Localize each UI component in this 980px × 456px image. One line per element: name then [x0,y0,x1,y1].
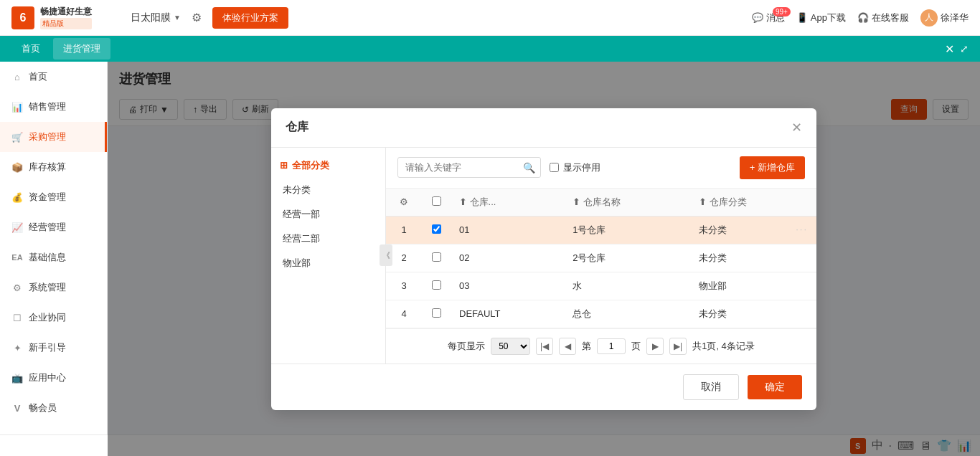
nav-middle: 日太阳膜 ▼ ⚙ 体验行业方案 [119,7,752,29]
sidebar-item-system[interactable]: ⚙ 系统管理 [0,272,107,303]
table-row[interactable]: 4 DEFAULT 总仓 未分类 [386,300,816,328]
row-check-cell [422,272,451,300]
table-body: 1 01 1号仓库 未分类··· 2 02 2号仓库 未分类 3 03 水 物业… [386,216,816,328]
modal-body: ⊞ 全部分类 未分类 经营一部 经营二部 物业部 《 [271,148,816,364]
headset-icon: 🎧 [857,12,869,23]
row-checkbox[interactable] [432,224,441,234]
store-selector[interactable]: 日太阳膜 ▼ [131,11,181,24]
sidebar-item-newbie[interactable]: ✦ 新手引导 [0,333,107,363]
phone-icon: 📱 [796,12,808,23]
sidebar-item-label: 基础信息 [29,251,66,264]
vip-icon: V [11,403,23,414]
message-icon: 💬 [752,12,763,23]
page-size-select[interactable]: 50 100 [491,338,530,355]
logo-area: 6 畅捷通好生意 精品版 [11,6,119,29]
tab-purchase[interactable]: 进货管理 [53,38,110,60]
row-category-cell: 未分类 [690,244,816,272]
user-item[interactable]: 人 徐泽华 [920,9,969,27]
newbie-icon: ✦ [11,343,23,353]
row-num-cell: 4 [386,300,422,328]
row-more-icon[interactable]: ··· [796,224,808,234]
home-icon: ⌂ [11,72,23,82]
sidebar-item-label: 销售管理 [29,100,66,113]
service-item[interactable]: 🎧 在线客服 [857,11,909,24]
sidebar-item-stock[interactable]: 📦 库存核算 [0,152,107,182]
modal-action-footer: 取消 确定 [271,364,816,410]
row-check-cell [422,244,451,272]
prev-page-button[interactable]: ◀ [559,338,576,355]
row-checkbox[interactable] [432,280,441,290]
top-nav: 6 畅捷通好生意 精品版 日太阳膜 ▼ ⚙ 体验行业方案 💬 消息 99+ 📱 … [0,0,980,36]
per-page-label: 每页显示 [448,340,485,353]
sidebar-item-label: 系统管理 [29,281,66,294]
main-content: 进货管理 🖨 打印 ▼ ↑ 导出 ↺ 刷新 查询 设置 [108,62,980,456]
show-disabled-checkbox[interactable] [550,163,559,172]
sidebar-item-label: 首页 [29,70,47,83]
add-warehouse-button[interactable]: + 新增仓库 [740,156,805,179]
first-page-button[interactable]: |◀ [536,338,553,355]
modal-close-button[interactable]: ✕ [791,120,802,136]
modal-category-dept2[interactable]: 经营二部 [271,227,385,251]
basicinfo-icon: EA [11,253,23,262]
modal-search-bar: 🔍 显示停用 + 新增仓库 [386,148,816,189]
sidebar-item-appcenter[interactable]: 📺 应用中心 [0,363,107,393]
sidebar-item-purchase[interactable]: 🛒 采购管理 [0,122,107,152]
row-checkbox[interactable] [432,252,441,262]
message-nav-item[interactable]: 💬 消息 99+ [752,11,785,24]
service-label: 在线客服 [872,11,909,24]
expand-icon[interactable]: ⤢ [960,43,969,54]
finance-icon: 💰 [11,192,23,203]
modal-category-unclassified[interactable]: 未分类 [271,178,385,202]
page-label: 第 [582,340,591,353]
settings-icon[interactable]: ⚙ [187,8,207,28]
page-input[interactable] [597,338,626,354]
show-disabled-wrap: 显示停用 [550,161,600,174]
select-all-checkbox[interactable] [432,196,441,206]
modal-category-property[interactable]: 物业部 [271,251,385,275]
confirm-button[interactable]: 确定 [748,375,802,399]
sidebar-item-home[interactable]: ⌂ 首页 [0,62,107,92]
table-row[interactable]: 2 02 2号仓库 未分类 [386,244,816,272]
modal-category-dept1[interactable]: 经营一部 [271,202,385,227]
row-checkbox[interactable] [432,308,441,318]
search-input-wrap: 🔍 [397,157,541,178]
sidebar-item-collab[interactable]: ☐ 企业协同 [0,303,107,333]
row-category-cell: 物业部 [690,272,816,300]
purchase-icon: 🛒 [11,132,23,143]
search-icon[interactable]: 🔍 [523,162,535,174]
row-category-cell: 未分类 [690,300,816,328]
last-page-button[interactable]: ▶| [669,338,687,355]
appcenter-icon: 📺 [11,373,23,384]
cancel-button[interactable]: 取消 [683,374,739,400]
search-input[interactable] [397,157,541,178]
message-badge: 99+ [773,7,791,16]
row-name-cell: 2号仓库 [564,244,690,272]
layout: ⌂ 首页 📊 销售管理 🛒 采购管理 📦 库存核算 💰 资金管理 📈 经营管理 … [0,62,980,456]
table-row[interactable]: 3 03 水 物业部 [386,272,816,300]
next-page-button[interactable]: ▶ [646,338,664,355]
sidebar-item-ops[interactable]: 📈 经营管理 [0,212,107,242]
row-num-cell: 1 [386,216,422,244]
sidebar-item-label: 应用中心 [29,371,66,384]
row-check-cell [422,216,451,244]
close-tab-icon[interactable]: ✕ [945,42,954,56]
app-download-item[interactable]: 📱 App下载 [796,11,846,24]
sidebar-item-basicinfo[interactable]: EA 基础信息 [0,242,107,272]
store-name: 日太阳膜 [131,11,171,24]
table-header: ⚙ ⬆ 仓库... ⬆ 仓库名称 [386,189,816,217]
trial-button[interactable]: 体验行业方案 [212,7,288,29]
row-num-cell: 3 [386,272,422,300]
logo-text: 畅捷通好生意 精品版 [40,6,92,29]
table-row[interactable]: 1 01 1号仓库 未分类··· [386,216,816,244]
tab-home[interactable]: 首页 [11,38,50,60]
username-label: 徐泽华 [941,11,969,24]
sidebar-item-vip[interactable]: V 畅会员 [0,393,107,423]
sidebar-item-label: 经营管理 [29,221,66,234]
modal-category-header: ⊞ 全部分类 [271,153,385,178]
sidebar-item-label: 库存核算 [29,161,66,174]
sidebar-item-finance[interactable]: 💰 资金管理 [0,182,107,212]
sidebar-item-sales[interactable]: 📊 销售管理 [0,92,107,122]
page-unit: 页 [631,340,641,353]
modal-main: 🔍 显示停用 + 新增仓库 [386,148,816,364]
sidebar-collapse-button[interactable]: 《 [380,244,392,266]
